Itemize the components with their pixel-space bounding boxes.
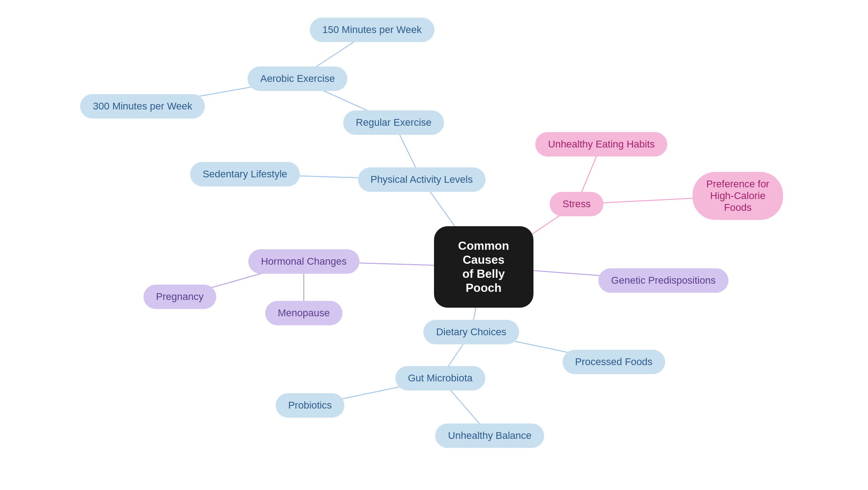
node-sedentary: Sedentary Lifestyle — [190, 162, 300, 186]
node-highcal: Preference for High-Calorie Foods — [693, 172, 783, 220]
node-processed: Processed Foods — [562, 350, 665, 374]
node-hormonal: Hormonal Changes — [248, 249, 359, 274]
node-150min: 150 Minutes per Week — [310, 18, 434, 42]
node-genetic: Genetic Predispositions — [599, 268, 728, 293]
node-unhealthy_balance: Unhealthy Balance — [435, 423, 544, 448]
node-dietary: Dietary Choices — [424, 320, 519, 344]
node-pregnancy: Pregnancy — [143, 285, 216, 309]
node-unhealthy_eating: Unhealthy Eating Habits — [535, 132, 667, 157]
mind-map: Common Causes of Belly PoochPhysical Act… — [0, 0, 868, 490]
center-node: Common Causes of Belly Pooch — [434, 226, 533, 308]
node-aerobic_exercise: Aerobic Exercise — [248, 67, 348, 91]
node-probiotics: Probiotics — [275, 393, 344, 418]
node-physical_activity: Physical Activity Levels — [358, 167, 485, 192]
node-gut: Gut Microbiota — [395, 366, 485, 390]
node-stress: Stress — [550, 192, 603, 216]
node-300min: 300 Minutes per Week — [80, 94, 205, 119]
node-regular_exercise: Regular Exercise — [343, 110, 444, 135]
node-menopause: Menopause — [265, 301, 343, 325]
